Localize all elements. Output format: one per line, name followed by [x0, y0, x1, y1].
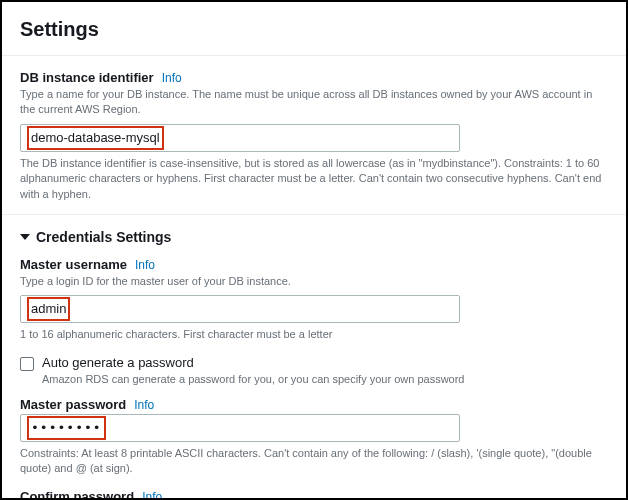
- divider: [2, 55, 626, 56]
- master-username-help: Type a login ID for the master user of y…: [20, 274, 608, 289]
- auto-generate-checkbox[interactable]: [20, 357, 34, 371]
- db-identifier-value: demo-database-mysql: [27, 126, 164, 150]
- credentials-header[interactable]: Credentials Settings: [20, 229, 608, 245]
- info-link[interactable]: Info: [162, 71, 182, 85]
- master-username-constraint: 1 to 16 alphanumeric characters. First c…: [20, 327, 608, 342]
- master-username-value: admin: [27, 297, 70, 321]
- db-identifier-help: Type a name for your DB instance. The na…: [20, 87, 608, 118]
- info-link[interactable]: Info: [135, 258, 155, 272]
- confirm-password-field: Confirm password Info ••••••••: [20, 489, 608, 500]
- db-identifier-input[interactable]: demo-database-mysql: [20, 124, 460, 152]
- master-password-value: ••••••••: [27, 416, 106, 440]
- master-password-constraint: Constraints: At least 8 printable ASCII …: [20, 446, 608, 477]
- auto-generate-label: Auto generate a password: [42, 355, 194, 370]
- master-username-field: Master username Info Type a login ID for…: [20, 257, 608, 343]
- info-link[interactable]: Info: [142, 490, 162, 500]
- confirm-password-label: Confirm password: [20, 489, 134, 500]
- master-password-label: Master password: [20, 397, 126, 412]
- master-password-input[interactable]: ••••••••: [20, 414, 460, 442]
- master-password-field: Master password Info •••••••• Constraint…: [20, 397, 608, 477]
- auto-generate-help: Amazon RDS can generate a password for y…: [42, 373, 608, 385]
- db-identifier-label: DB instance identifier: [20, 70, 154, 85]
- master-username-label: Master username: [20, 257, 127, 272]
- info-link[interactable]: Info: [134, 398, 154, 412]
- divider: [2, 214, 626, 215]
- db-identifier-field: DB instance identifier Info Type a name …: [20, 70, 608, 202]
- caret-down-icon: [20, 234, 30, 240]
- credentials-header-label: Credentials Settings: [36, 229, 171, 245]
- master-username-input[interactable]: admin: [20, 295, 460, 323]
- page-title: Settings: [20, 18, 608, 41]
- db-identifier-constraint: The DB instance identifier is case-insen…: [20, 156, 608, 202]
